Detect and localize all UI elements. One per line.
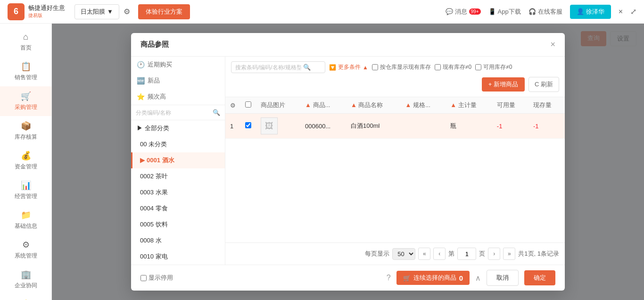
category-item-0002[interactable]: 0002 茶叶 bbox=[131, 168, 225, 184]
sidebar-item-operation[interactable]: 📊 经营管理 bbox=[0, 175, 51, 205]
col-settings[interactable]: ⚙ bbox=[225, 97, 240, 114]
cancel-btn[interactable]: 取消 bbox=[487, 270, 519, 286]
message-icon: 💬 bbox=[446, 8, 453, 15]
footer-cart-area: ? 🛒 连续选择的商品 0 ∧ 取消 确定 bbox=[387, 270, 555, 286]
tab-frequent[interactable]: ⭐ 频次高 bbox=[131, 89, 225, 105]
row-stock-cell: -1 bbox=[528, 114, 565, 139]
sales-icon: 📋 bbox=[21, 61, 31, 72]
star-icon: ⭐ bbox=[137, 93, 145, 100]
content-area: 查询 设置 商品参照 × 🕐 bbox=[52, 24, 644, 300]
warehouse-checkbox-input[interactable] bbox=[372, 64, 378, 70]
sidebar: ⌂ 首页 📋 销售管理 🛒 采购管理 📦 库存核算 💰 资金管理 📊 经营管理 … bbox=[0, 24, 52, 300]
sidebar-item-system[interactable]: ⚙ 系统管理 bbox=[0, 235, 51, 265]
refresh-btn[interactable]: C 刷新 bbox=[528, 77, 559, 92]
finance-icon: 💰 bbox=[21, 150, 31, 161]
sidebar-item-inventory[interactable]: 📦 库存核算 bbox=[0, 116, 51, 146]
category-item-0001[interactable]: ▶0001 酒水 bbox=[131, 152, 225, 168]
checkbox-available-ne0[interactable]: 可用库存≠0 bbox=[475, 63, 512, 71]
category-item-0010[interactable]: 0010 家电 bbox=[131, 249, 225, 265]
cart-btn[interactable]: 🛒 连续选择的商品 0 bbox=[396, 271, 470, 285]
store-dropdown[interactable]: 日太阳膜 ▼ bbox=[74, 4, 119, 19]
page-input[interactable] bbox=[457, 248, 476, 260]
sidebar-item-finance[interactable]: 💰 资金管理 bbox=[0, 146, 51, 175]
tab-new[interactable]: 🆕 新品 bbox=[131, 73, 225, 89]
sidebar-item-guide[interactable]: 🌟 新手引导 bbox=[0, 294, 51, 300]
toolbar-right: + 新增商品 C 刷新 bbox=[482, 77, 559, 92]
product-panel: 🔍 🔽 更多条件 ▲ 按仓库显示现有库存 bbox=[225, 57, 565, 265]
product-search-input[interactable] bbox=[235, 64, 301, 71]
confirm-btn[interactable]: 确定 bbox=[524, 270, 555, 285]
category-item-0003[interactable]: 0003 水果 bbox=[131, 184, 225, 200]
modal-title: 商品参照 bbox=[140, 40, 169, 49]
sidebar-item-label: 库存核算 bbox=[15, 133, 37, 141]
cart-icon: 🛒 bbox=[403, 275, 411, 282]
page-first-btn[interactable]: « bbox=[418, 248, 430, 260]
sidebar-item-purchase[interactable]: 🛒 采购管理 bbox=[0, 86, 51, 116]
logo-text: 畅捷通好生意 捷易版 bbox=[28, 4, 65, 19]
sidebar-item-sales[interactable]: 📋 销售管理 bbox=[0, 57, 51, 86]
product-search-icon[interactable]: 🔍 bbox=[303, 64, 311, 71]
sidebar-item-label: 首页 bbox=[20, 44, 32, 52]
message-btn[interactable]: 💬 消息 99+ bbox=[446, 8, 481, 16]
page-prev-btn[interactable]: ‹ bbox=[433, 248, 446, 260]
page-size-select[interactable]: 50 bbox=[392, 248, 415, 260]
col-available: 可用量 bbox=[492, 97, 528, 114]
page-next-btn[interactable]: › bbox=[488, 248, 500, 260]
category-search-icon[interactable]: 🔍 bbox=[213, 109, 220, 116]
row-num-cell: 1 bbox=[225, 114, 240, 139]
experience-btn[interactable]: 体验行业方案 bbox=[138, 4, 190, 19]
sidebar-item-basic[interactable]: 📁 基础信息 bbox=[0, 205, 51, 235]
category-tabs: 🕐 近期购买 🆕 新品 ⭐ 频次高 bbox=[131, 57, 225, 105]
table-row[interactable]: 1 🖼 000600... 白酒100ml bbox=[225, 114, 565, 139]
new-icon: 🆕 bbox=[137, 77, 145, 84]
tab-recent[interactable]: 🕐 近期购买 bbox=[131, 57, 225, 73]
checkbox-warehouse[interactable]: 按仓库显示现有库存 bbox=[372, 63, 431, 71]
expand-window-btn[interactable]: ⤢ bbox=[630, 7, 636, 16]
category-search-input[interactable] bbox=[136, 109, 211, 116]
select-all-checkbox[interactable] bbox=[245, 101, 251, 108]
available-ne0-checkbox-input[interactable] bbox=[475, 64, 481, 70]
recent-icon: 🕐 bbox=[137, 61, 145, 68]
more-filter-btn[interactable]: 🔽 更多条件 ▲ bbox=[329, 63, 368, 71]
collapse-panel-btn[interactable]: 《 bbox=[225, 151, 225, 170]
close-window-btn[interactable]: × bbox=[619, 8, 623, 16]
inventory-ne0-checkbox-input[interactable] bbox=[435, 64, 441, 70]
headset-icon: 🎧 bbox=[528, 8, 536, 15]
purchase-icon: 🛒 bbox=[21, 91, 31, 101]
app-download-btn[interactable]: 📱 App下载 bbox=[488, 8, 521, 16]
modal-overlay: 商品参照 × 🕐 近期购买 🆕 bbox=[52, 24, 644, 300]
checkbox-inventory-ne0[interactable]: 现有库存≠0 bbox=[435, 63, 471, 71]
show-disabled-checkbox[interactable]: 显示停用 bbox=[140, 274, 173, 282]
col-name[interactable]: ▲ 商品名称 bbox=[346, 97, 401, 114]
user-area[interactable]: 👤 徐泽华 bbox=[570, 5, 611, 19]
settings-icon: ⚙ bbox=[230, 102, 236, 109]
help-icon[interactable]: ? bbox=[387, 274, 391, 282]
add-product-btn[interactable]: + 新增商品 bbox=[482, 77, 525, 92]
category-item-0008[interactable]: 0008 水 bbox=[131, 233, 225, 249]
sidebar-item-label: 采购管理 bbox=[15, 103, 37, 111]
settings-icon[interactable]: ⚙ bbox=[119, 4, 134, 19]
avatar: 👤 bbox=[577, 8, 584, 15]
page-last-btn[interactable]: » bbox=[503, 248, 515, 260]
sidebar-item-enterprise[interactable]: 🏢 企业协同 bbox=[0, 265, 51, 294]
modal-close-btn[interactable]: × bbox=[550, 40, 555, 50]
pagination-bar: 每页显示 50 « ‹ 第 页 › » 共1页, 1条记录 bbox=[225, 242, 565, 265]
row-checkbox[interactable] bbox=[245, 122, 251, 128]
col-spec[interactable]: ▲ 规格... bbox=[401, 97, 446, 114]
product-reference-modal: 商品参照 × 🕐 近期购买 🆕 bbox=[131, 33, 565, 291]
category-item-uncategorized[interactable]: 00 未分类 bbox=[131, 136, 225, 152]
collapse-cart-btn[interactable]: ∧ bbox=[475, 274, 481, 283]
main-layout: ⌂ 首页 📋 销售管理 🛒 采购管理 📦 库存核算 💰 资金管理 📊 经营管理 … bbox=[0, 24, 644, 300]
sidebar-item-label: 基础信息 bbox=[15, 222, 37, 230]
row-checkbox-cell[interactable] bbox=[240, 114, 256, 139]
show-disabled-input[interactable] bbox=[140, 275, 147, 281]
sidebar-item-label: 经营管理 bbox=[15, 192, 37, 200]
sidebar-item-label: 系统管理 bbox=[15, 252, 37, 260]
category-all-item[interactable]: ▶ 全部分类 bbox=[131, 120, 225, 136]
col-code[interactable]: ▲ 商品... bbox=[300, 97, 346, 114]
sidebar-item-home[interactable]: ⌂ 首页 bbox=[0, 27, 51, 57]
col-unit[interactable]: ▲ 主计量 bbox=[446, 97, 492, 114]
online-service-btn[interactable]: 🎧 在线客服 bbox=[528, 8, 562, 16]
category-item-0005[interactable]: 0005 饮料 bbox=[131, 217, 225, 233]
category-item-0004[interactable]: 0004 零食 bbox=[131, 200, 225, 217]
